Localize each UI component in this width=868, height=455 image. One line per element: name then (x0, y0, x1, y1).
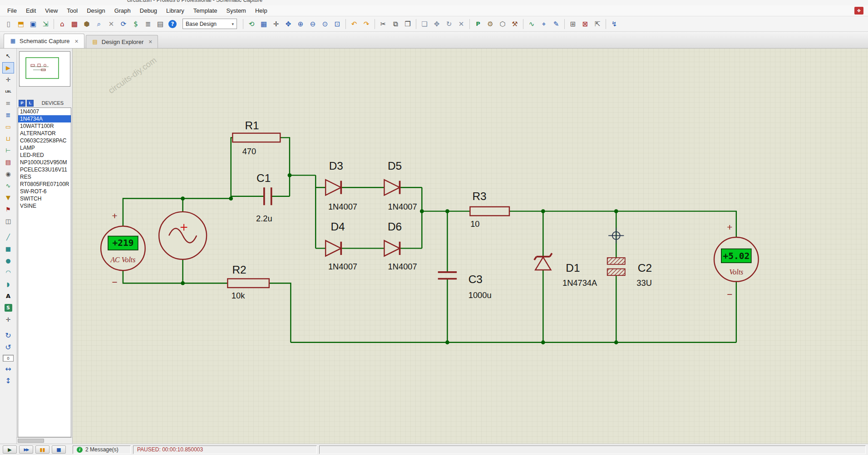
bill-of-materials-button[interactable]: $ (130, 18, 142, 30)
component-vsine[interactable] (159, 212, 207, 259)
3d-visualizer-button[interactable]: ⬢ (81, 18, 93, 30)
device-item-selected[interactable]: 1N4734A (18, 115, 71, 122)
cut-button[interactable]: ✂ (377, 18, 389, 30)
block-delete-button[interactable]: ✕ (455, 18, 467, 30)
device-item[interactable]: LAMP (18, 144, 71, 152)
mirror-horizontal-button[interactable]: ↔ (2, 363, 14, 375)
search-tag-button[interactable]: ⌖ (538, 18, 550, 30)
copy-button[interactable]: ⧉ (390, 18, 401, 30)
packaging-tool-button[interactable]: ⬡ (497, 18, 508, 30)
block-move-button[interactable]: ✥ (431, 18, 443, 30)
menu-help[interactable]: Help (251, 5, 272, 16)
undo-button[interactable]: ↶ (348, 18, 360, 30)
generator-mode-button[interactable]: ∿ (2, 180, 14, 191)
device-item[interactable]: RT0805FRE07100R (18, 181, 71, 188)
buses-mode-button[interactable]: ≣ (2, 109, 14, 121)
simulation-log-button[interactable]: ▤ (154, 18, 166, 30)
terminal-mode-button[interactable]: ⊔ (2, 133, 14, 144)
path-2d-button[interactable]: ◗ (2, 279, 14, 290)
current-probe-mode-button[interactable]: ⚑ (2, 204, 14, 215)
tab-design-explorer[interactable]: ▤ Design Explorer × (86, 35, 158, 48)
junction-dot-mode-button[interactable]: ✛ (2, 74, 14, 85)
open-design-button[interactable]: ⬒ (15, 18, 27, 30)
close-icon[interactable]: × (75, 38, 79, 45)
new-sheet-button[interactable]: ⊞ (567, 18, 579, 30)
design-explorer-button[interactable]: ⌕ (93, 18, 105, 30)
symbol-2d-button[interactable]: S (5, 304, 12, 312)
arc-2d-button[interactable]: ◠ (2, 267, 14, 278)
decompose-button[interactable]: ⚒ (509, 18, 521, 30)
tape-recorder-mode-button[interactable]: ◉ (2, 168, 14, 180)
schematic-svg[interactable]: circuits-diy.com (73, 49, 868, 444)
menu-tool[interactable]: Tool (62, 5, 82, 16)
new-design-button[interactable]: ▯ (3, 18, 15, 30)
text-script-mode-button[interactable]: ≡ (2, 98, 14, 109)
erc-check-button[interactable]: ↯ (608, 18, 620, 30)
device-item[interactable]: ALTERNATOR (18, 130, 71, 137)
zoom-out-button[interactable]: ⊖ (307, 18, 319, 30)
wire-label-mode-button[interactable]: LBL (2, 86, 14, 97)
voltage-probe-mode-button[interactable]: ▼ (2, 192, 14, 203)
menu-view[interactable]: View (40, 5, 62, 16)
mirror-vertical-button[interactable]: ↕ (2, 375, 14, 387)
selection-mode-button[interactable]: ↖ (2, 50, 14, 62)
pick-parts-button[interactable]: P (19, 100, 25, 107)
block-rotate-button[interactable]: ↻ (443, 18, 455, 30)
property-assignment-button[interactable]: ✎ (550, 18, 562, 30)
devices-hscrollbar[interactable] (17, 437, 72, 444)
instruments-mode-button[interactable]: ◫ (2, 215, 14, 227)
schematic-canvas[interactable]: circuits-diy.com (73, 49, 868, 444)
play-button[interactable]: ▶ (3, 445, 17, 454)
menu-edit[interactable]: Edit (21, 5, 40, 16)
device-item[interactable]: RES (18, 173, 71, 181)
zoom-all-button[interactable]: ⊙ (319, 18, 331, 30)
zoom-in-button[interactable]: ⊕ (295, 18, 306, 30)
tab-schematic-capture[interactable]: ▦ Schematic Capture × (4, 34, 84, 48)
pan-center-button[interactable]: ✥ (282, 18, 294, 30)
device-item[interactable]: 1N4007 (18, 108, 71, 115)
redraw-display-button[interactable]: ⟲ (246, 18, 257, 30)
box-2d-button[interactable]: ■ (2, 243, 14, 254)
device-item[interactable]: VSINE (18, 202, 71, 210)
redo-button[interactable]: ↷ (360, 18, 372, 30)
stop-button[interactable]: ■ (52, 445, 66, 454)
toggle-grid-button[interactable]: ▦ (258, 18, 270, 30)
device-pins-mode-button[interactable]: ⊢ (2, 145, 14, 156)
help-button[interactable]: ? (168, 20, 177, 28)
menu-design[interactable]: Design (82, 5, 109, 16)
menu-library[interactable]: Library (162, 5, 189, 16)
device-item[interactable]: 10WATT100R (18, 122, 71, 130)
line-2d-button[interactable]: ╱ (2, 231, 14, 243)
device-item[interactable]: C0603C225K8PAC (18, 137, 71, 144)
subcircuit-mode-button[interactable]: ▭ (2, 121, 14, 132)
menu-file[interactable]: File (3, 5, 21, 16)
device-item[interactable]: SW-ROT-6 (18, 188, 71, 195)
device-item[interactable]: PCELEC33U16V11 (18, 166, 71, 173)
library-manager-button[interactable]: L (27, 100, 34, 107)
zoom-area-button[interactable]: ⊡ (331, 18, 343, 30)
block-copy-button[interactable]: ❏ (419, 18, 430, 30)
device-item[interactable]: SWITCH (18, 195, 71, 202)
pick-device-button[interactable]: P (472, 18, 484, 30)
close-icon[interactable]: × (148, 38, 152, 45)
component-mode-button[interactable]: ▶ (2, 62, 14, 73)
remove-sheet-button[interactable]: ⊠ (579, 18, 591, 30)
scrollbar-thumb[interactable] (18, 439, 44, 443)
paste-button[interactable]: ❐ (402, 18, 414, 30)
exit-to-parent-button[interactable]: ⇱ (592, 18, 603, 30)
import-design-button[interactable]: ⇲ (39, 18, 51, 30)
menu-graph[interactable]: Graph (110, 5, 135, 16)
schematic-preview[interactable] (19, 51, 70, 87)
save-design-button[interactable]: ▣ (27, 18, 39, 30)
close-project-button[interactable]: ✕ (105, 18, 117, 30)
design-selector[interactable]: Base Design ▾ (182, 19, 237, 29)
rotate-cw-button[interactable]: ↻ (2, 330, 14, 341)
text-2d-button[interactable]: A (2, 290, 14, 302)
pcb-layout-button[interactable]: ▩ (69, 18, 80, 30)
origin-button[interactable]: ✛ (270, 18, 282, 30)
step-button[interactable]: ▶▶ (19, 445, 33, 454)
rotation-angle-field[interactable]: 0 (3, 355, 14, 362)
menu-system[interactable]: System (222, 5, 251, 16)
circle-2d-button[interactable]: ● (2, 255, 14, 266)
electrical-report-button[interactable]: ≣ (142, 18, 154, 30)
